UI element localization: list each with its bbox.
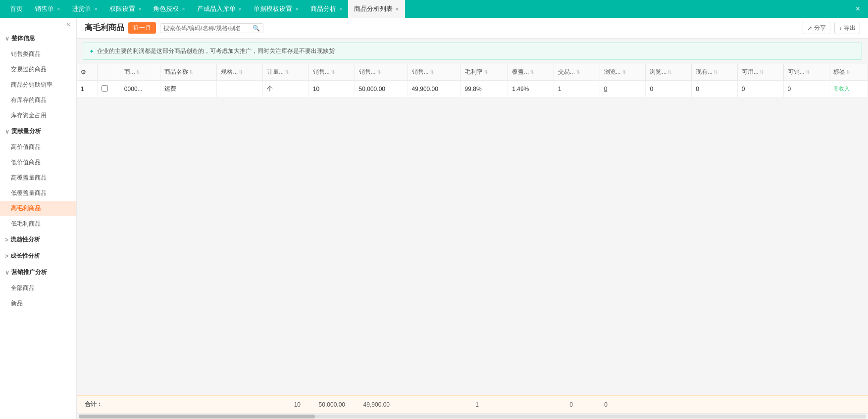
- sidebar-item-商品分销助销率[interactable]: 商品分销助销率: [0, 77, 76, 93]
- sidebar-group-label: 流趋性分析: [10, 235, 40, 244]
- col-header-available[interactable]: 可用...⇅: [737, 64, 783, 81]
- sort-icon-browse1[interactable]: ⇅: [622, 69, 626, 75]
- sort-icon-sales_profit[interactable]: ⇅: [430, 69, 434, 75]
- cell-code: 0000...: [120, 81, 160, 97]
- cell-sellable: 0: [783, 81, 829, 97]
- sort-icon-gross_margin[interactable]: ⇅: [484, 69, 488, 75]
- sidebar-group-整体信息[interactable]: ∨整体信息: [0, 30, 76, 47]
- row-checkbox[interactable]: [102, 85, 108, 92]
- nav-close-icon[interactable]: ×: [94, 6, 97, 12]
- cell-available: 0: [737, 81, 783, 97]
- col-header-name[interactable]: 商品名称⇅: [160, 64, 217, 81]
- nav-item-商品分析[interactable]: 商品分析×: [305, 0, 348, 18]
- col-header-unit[interactable]: 计量...⇅: [263, 64, 309, 81]
- sidebar-group-营销推广分析[interactable]: ∨营销推广分析: [0, 264, 76, 280]
- col-header-browse1[interactable]: 浏览...⇅: [600, 64, 646, 81]
- info-text: 企业的主要的利润都是这部分商品创造的，可考虑加大推广，同时关注库存是不要出现缺货: [97, 47, 335, 55]
- close-all-button[interactable]: ×: [852, 4, 864, 13]
- nav-close-icon[interactable]: ×: [138, 6, 141, 12]
- table-wrapper[interactable]: ⚙商...⇅商品名称⇅规格...⇅计量...⇅销售...⇅销售...⇅销售...…: [77, 64, 868, 395]
- footer-cell: 49,900.00: [349, 401, 394, 408]
- sort-icon-browse2[interactable]: ⇅: [667, 69, 671, 75]
- sidebar-item-低覆盖量商品[interactable]: 低覆盖量商品: [0, 186, 76, 201]
- scroll-track[interactable]: [79, 415, 866, 419]
- nav-item-单据模板设置[interactable]: 单据模板设置×: [248, 0, 304, 18]
- sort-icon-tag[interactable]: ⇅: [846, 69, 850, 75]
- cell-transaction: 1: [554, 81, 600, 97]
- cell-name: 运费: [160, 81, 217, 97]
- cell-tag: 高收入: [829, 81, 868, 97]
- sort-icon-transaction[interactable]: ⇅: [576, 69, 580, 75]
- col-header-sales_qty[interactable]: 销售...⇅: [308, 64, 355, 81]
- nav-item-角色授权[interactable]: 角色授权×: [147, 0, 191, 18]
- cell-checkbox[interactable]: [98, 81, 120, 97]
- col-header-coverage[interactable]: 覆盖...⇅: [508, 64, 554, 81]
- sidebar-item-有库存的商品[interactable]: 有库存的商品: [0, 93, 76, 108]
- search-icon[interactable]: 🔍: [253, 25, 260, 32]
- cell-browse1[interactable]: 0: [600, 81, 646, 97]
- nav-close-icon[interactable]: ×: [396, 6, 399, 12]
- horizontal-scrollbar[interactable]: [77, 413, 868, 419]
- col-header-spec[interactable]: 规格...⇅: [217, 64, 263, 81]
- nav-item-进货单[interactable]: 进货单×: [66, 0, 103, 18]
- col-header-browse2[interactable]: 浏览...⇅: [646, 64, 692, 81]
- filter-button[interactable]: 近一月: [128, 22, 156, 34]
- nav-close-icon[interactable]: ×: [57, 6, 60, 12]
- sidebar-item-交易过的商品[interactable]: 交易过的商品: [0, 62, 76, 77]
- scroll-thumb[interactable]: [79, 415, 315, 419]
- nav-close-icon[interactable]: ×: [239, 6, 242, 12]
- sidebar-group-贡献量分析[interactable]: ∨贡献量分析: [0, 123, 76, 140]
- sidebar-item-高毛利商品[interactable]: 高毛利商品: [0, 201, 76, 216]
- cell-sales_amount: 50,000.00: [355, 81, 408, 97]
- sort-icon-available[interactable]: ⇅: [760, 69, 764, 75]
- nav-close-icon[interactable]: ×: [339, 6, 342, 12]
- top-navigation: 首页销售单×进货单×权限设置×角色授权×产成品入库单×单据模板设置×商品分析×商…: [0, 0, 868, 18]
- sort-icon-sales_qty[interactable]: ⇅: [331, 69, 335, 75]
- sidebar-item-销售类商品[interactable]: 销售类商品: [0, 47, 76, 62]
- sidebar-item-高覆盖量商品[interactable]: 高覆盖量商品: [0, 170, 76, 186]
- page-title: 高毛利商品: [85, 23, 124, 33]
- cell-coverage: 1.49%: [508, 81, 554, 97]
- col-header-sales_amount[interactable]: 销售...⇅: [355, 64, 408, 81]
- sort-icon-coverage[interactable]: ⇅: [530, 69, 534, 75]
- sort-icon-spec[interactable]: ⇅: [239, 69, 243, 75]
- cell-gross_margin: 99.8%: [460, 81, 508, 97]
- sidebar: « ∨整体信息销售类商品交易过的商品商品分销助销率有库存的商品库存资金占用∨贡献…: [0, 18, 77, 419]
- col-header-current_stock[interactable]: 现有...⇅: [692, 64, 738, 81]
- col-header-code[interactable]: 商...⇅: [120, 64, 160, 81]
- footer-cell: 0: [577, 401, 612, 408]
- sort-icon-unit[interactable]: ⇅: [285, 69, 289, 75]
- nav-item-首页[interactable]: 首页: [4, 0, 29, 18]
- sort-icon-sellable[interactable]: ⇅: [806, 69, 810, 75]
- table-row: 10000...运费个1050,000.0049,900.0099.8%1.49…: [77, 81, 868, 97]
- col-header-sales_profit[interactable]: 销售...⇅: [408, 64, 460, 81]
- sidebar-item-新品[interactable]: 新品: [0, 296, 76, 311]
- nav-item-销售单[interactable]: 销售单×: [29, 0, 66, 18]
- nav-close-icon[interactable]: ×: [295, 6, 298, 12]
- sidebar-group-成长性分析[interactable]: >成长性分析: [0, 248, 76, 264]
- sidebar-item-全部商品[interactable]: 全部商品: [0, 280, 76, 296]
- sidebar-collapse-button[interactable]: «: [63, 20, 73, 28]
- nav-close-icon[interactable]: ×: [182, 6, 185, 12]
- sort-icon-name[interactable]: ⇅: [189, 69, 193, 75]
- export-button[interactable]: ↓ 导出: [834, 22, 860, 34]
- share-button[interactable]: ↗ 分享: [803, 22, 830, 34]
- col-header-gross_margin[interactable]: 毛利率⇅: [460, 64, 508, 81]
- nav-item-产成品入库单[interactable]: 产成品入库单×: [191, 0, 248, 18]
- sidebar-item-低价值商品[interactable]: 低价值商品: [0, 155, 76, 170]
- search-input[interactable]: [163, 25, 253, 32]
- sidebar-item-库存资金占用[interactable]: 库存资金占用: [0, 108, 76, 123]
- col-header-sellable[interactable]: 可销...⇅: [783, 64, 829, 81]
- sort-icon-sales_amount[interactable]: ⇅: [377, 69, 381, 75]
- nav-item-商品分析列表[interactable]: 商品分析列表×: [348, 0, 405, 18]
- sort-icon-code[interactable]: ⇅: [136, 69, 140, 75]
- sidebar-item-高价值商品[interactable]: 高价值商品: [0, 140, 76, 155]
- nav-item-权限设置[interactable]: 权限设置×: [103, 0, 147, 18]
- col-header-transaction[interactable]: 交易...⇅: [554, 64, 600, 81]
- sidebar-group-label: 成长性分析: [10, 252, 40, 260]
- sort-icon-current_stock[interactable]: ⇅: [714, 69, 717, 75]
- sidebar-group-流趋性分析[interactable]: >流趋性分析: [0, 232, 76, 248]
- footer-cell: 0: [542, 401, 577, 408]
- col-header-tag[interactable]: 标签⇅: [829, 64, 868, 81]
- sidebar-item-低毛利商品[interactable]: 低毛利商品: [0, 216, 76, 232]
